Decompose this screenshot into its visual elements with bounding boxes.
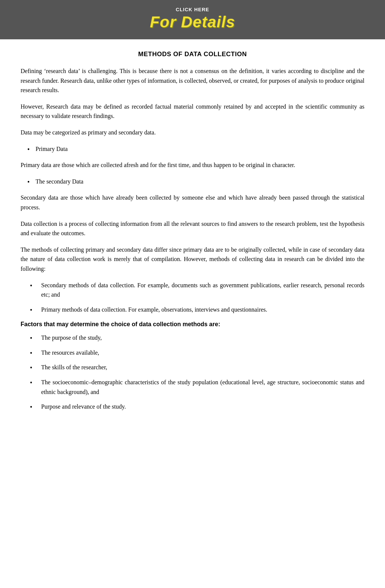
paragraph-3: Data may be categorized as primary and s…	[21, 128, 364, 137]
paragraph-2: However, Research data may be defined as…	[21, 102, 364, 121]
click-here-label: CLICK HERE	[7, 7, 378, 12]
methods-list: Secondary methods of data collection. Fo…	[21, 281, 364, 315]
paragraph-6: Data collection is a process of collecti…	[21, 219, 364, 238]
secondary-data-list: The secondary Data	[21, 177, 364, 187]
paragraph-5: Secondary data are those which have alre…	[21, 193, 364, 212]
factors-heading: Factors that may determine the choice of…	[21, 321, 364, 328]
content-area: METHODS OF DATA COLLECTION Defining ‘res…	[0, 39, 385, 433]
list-item: Purpose and relevance of the study.	[21, 402, 364, 412]
paragraph-7: The methods of collecting primary and se…	[21, 245, 364, 274]
list-item: The socioeconomic–demographic characteri…	[21, 378, 364, 397]
bullet-secondary-data: The secondary Data	[21, 177, 364, 187]
list-item: The resources available,	[21, 348, 364, 358]
paragraph-1: Defining ‘research data’ is challenging.…	[21, 66, 364, 95]
primary-data-list: Primary Data	[21, 144, 364, 154]
list-item: Secondary methods of data collection. Fo…	[21, 281, 364, 300]
list-item: The skills of the researcher,	[21, 363, 364, 372]
list-item: The purpose of the study,	[21, 333, 364, 343]
header-banner[interactable]: CLICK HERE For Details	[0, 0, 385, 39]
factors-list: The purpose of the study, The resources …	[21, 333, 364, 412]
list-item: Primary methods of data collection. For …	[21, 305, 364, 315]
paragraph-4: Primary data are those which are collect…	[21, 160, 364, 170]
bullet-primary-data: Primary Data	[21, 144, 364, 154]
for-details-label: For Details	[7, 13, 378, 31]
main-title: METHODS OF DATA COLLECTION	[21, 51, 364, 58]
